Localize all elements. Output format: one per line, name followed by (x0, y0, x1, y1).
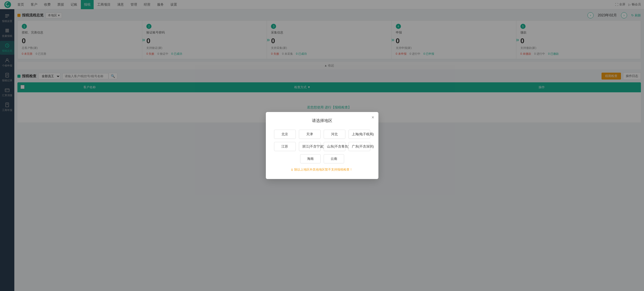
modal-region-row3: 海南 云南 (274, 154, 370, 163)
region-select-modal: × 请选择地区 北京 天津 河北 上海(电子税局) 江苏 浙江(不含宁波) 山东… (266, 112, 378, 179)
region-shandong[interactable]: 山东(不含青岛) (324, 142, 345, 151)
region-jiangsu[interactable]: 江苏 (274, 142, 296, 151)
modal-warning: ℹ 除以上地区外其他地区暂不支持报税检查！ (274, 167, 370, 172)
modal-title: 请选择地区 (274, 118, 370, 124)
warning-icon: ℹ (291, 168, 293, 172)
modal-overlay[interactable]: × 请选择地区 北京 天津 河北 上海(电子税局) 江苏 浙江(不含宁波) 山东… (0, 0, 644, 291)
region-tianjin[interactable]: 天津 (299, 130, 321, 139)
region-yunnan[interactable]: 云南 (324, 154, 344, 163)
modal-region-row1: 北京 天津 河北 上海(电子税局) (274, 130, 370, 139)
modal-close-button[interactable]: × (372, 115, 374, 120)
region-hebei[interactable]: 河北 (324, 130, 345, 139)
modal-region-row2: 江苏 浙江(不含宁波) 山东(不含青岛) 广东(不含深圳) (274, 142, 370, 151)
region-shanghai[interactable]: 上海(电子税局) (348, 130, 370, 139)
region-hainan[interactable]: 海南 (300, 154, 321, 163)
region-beijing[interactable]: 北京 (274, 130, 296, 139)
region-zhejiang[interactable]: 浙江(不含宁波) (299, 142, 321, 151)
region-guangdong[interactable]: 广东(不含深圳) (348, 142, 370, 151)
